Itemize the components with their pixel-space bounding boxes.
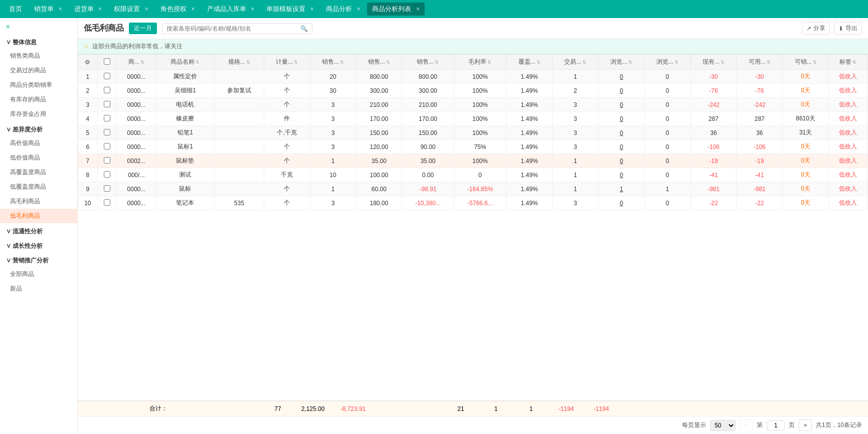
settings-icon[interactable]: ⚙ (85, 59, 90, 66)
filter-recent-month-btn[interactable]: 近一月 (129, 23, 157, 34)
export-btn[interactable]: ⬇ 导出 (834, 22, 862, 35)
sidebar-item-inventory-capital[interactable]: 库存资金占用 (0, 107, 77, 121)
sidebar-collapse-btn[interactable]: « (4, 21, 12, 31)
sidebar-item-low-value[interactable]: 低价值商品 (0, 151, 77, 165)
nav-template-close[interactable]: × (310, 6, 314, 13)
nav-product-stock[interactable]: 产成品入库单 × (202, 3, 260, 16)
nav-sales-order-close[interactable]: × (59, 6, 62, 13)
cell-check[interactable] (97, 154, 116, 168)
sidebar-group-growth[interactable]: ∨ 成长性分析 (0, 238, 77, 252)
col-cover-rate[interactable]: 覆盖...⇅ (506, 55, 553, 70)
sidebar-item-sales-goods[interactable]: 销售类商品 (0, 49, 77, 63)
cell-view1[interactable]: 0 (598, 154, 644, 168)
nav-product-analysis-list[interactable]: 商品分析列表 × (367, 3, 425, 16)
cell-view1[interactable]: 0 (598, 84, 644, 98)
table-container[interactable]: ⚙ 商...⇅ 商品名称⇅ 规格...⇅ 计量...⇅ 销售...⇅ 销售...… (78, 54, 868, 400)
row-checkbox[interactable] (104, 73, 110, 79)
cell-sales-amt2: 170.00 (402, 112, 454, 126)
cell-view1[interactable]: 0 (598, 126, 644, 140)
col-current[interactable]: 现有...⇅ (690, 55, 737, 70)
row-checkbox[interactable] (104, 115, 110, 121)
col-code[interactable]: 商...⇅ (116, 55, 156, 70)
cell-check[interactable] (97, 140, 116, 154)
cell-view1[interactable]: 0 (598, 70, 644, 84)
nav-product-analysis-list-close[interactable]: × (416, 6, 420, 13)
sidebar-item-category-rate[interactable]: 商品分类助销率 (0, 78, 77, 92)
page-input[interactable] (767, 420, 785, 430)
nav-permission[interactable]: 权限设置 × (109, 3, 153, 16)
sidebar-item-new-goods[interactable]: 新品 (0, 281, 77, 296)
sidebar-item-high-coverage[interactable]: 高覆盖度商品 (0, 165, 77, 180)
sidebar-item-in-stock[interactable]: 有库存的商品 (0, 92, 77, 107)
search-icon[interactable]: 🔍 (300, 25, 308, 32)
nav-product-analysis[interactable]: 商品分析 × (321, 3, 366, 16)
col-available[interactable]: 可用...⇅ (737, 55, 783, 70)
nav-purchase-order-close[interactable]: × (98, 6, 102, 13)
cell-view1[interactable]: 0 (598, 196, 644, 210)
per-page-select[interactable]: 50 100 200 (710, 420, 736, 431)
cell-view2: 0 (644, 140, 690, 154)
nav-role-auth-close[interactable]: × (192, 6, 195, 13)
cell-view1[interactable]: 0 (598, 168, 644, 182)
nav-template[interactable]: 单据模板设置 × (261, 3, 319, 16)
cell-check[interactable] (97, 98, 116, 112)
sidebar-group-overall[interactable]: ∨ 整体信息 (0, 34, 77, 49)
cell-check[interactable] (97, 196, 116, 210)
col-view2[interactable]: 浏览...⇅ (644, 55, 690, 70)
row-checkbox[interactable] (104, 199, 110, 206)
share-btn[interactable]: ↗ 分享 (802, 22, 830, 35)
sidebar-group-marketing[interactable]: ∨ 营销推广分析 (0, 252, 77, 267)
cell-check[interactable] (97, 112, 116, 126)
next-page-btn[interactable]: ＞ (799, 419, 812, 431)
row-checkbox[interactable] (104, 171, 110, 178)
prev-page-btn[interactable]: ＜ (740, 419, 753, 431)
cell-view1[interactable]: 0 (598, 140, 644, 154)
row-checkbox[interactable] (104, 101, 110, 107)
cell-no: 2 (78, 84, 98, 98)
nav-role-auth[interactable]: 角色授权 × (155, 3, 200, 16)
cell-check[interactable] (97, 168, 116, 182)
col-sales-amt1[interactable]: 销售...⇅ (356, 55, 402, 70)
cell-check[interactable] (97, 182, 116, 196)
col-saleable[interactable]: 可销...⇅ (783, 55, 829, 70)
col-name[interactable]: 商品名称⇅ (156, 55, 214, 70)
nav-home[interactable]: 首页 (4, 3, 27, 16)
nav-product-analysis-close[interactable]: × (357, 6, 360, 13)
sidebar-item-all-goods[interactable]: 全部商品 (0, 267, 77, 281)
cell-view1[interactable]: 0 (598, 112, 644, 126)
col-settings[interactable]: ⚙ (78, 55, 98, 70)
nav-product-stock-close[interactable]: × (251, 6, 254, 13)
sidebar-group-diff[interactable]: ∨ 差异度分析 (0, 121, 77, 136)
col-tag[interactable]: 标签⇅ (828, 55, 867, 70)
col-spec[interactable]: 规格...⇅ (215, 55, 264, 70)
col-sales-qty[interactable]: 销售...⇅ (310, 55, 356, 70)
row-checkbox[interactable] (104, 87, 110, 93)
sidebar-item-traded-goods[interactable]: 交易过的商品 (0, 63, 77, 78)
col-view1[interactable]: 浏览...⇅ (598, 55, 644, 70)
sidebar-item-high-value[interactable]: 高价值商品 (0, 136, 77, 151)
col-checkbox[interactable] (97, 55, 116, 70)
cell-view1[interactable]: 0 (598, 98, 644, 112)
col-tx-count[interactable]: 交易...⇅ (553, 55, 599, 70)
sidebar-item-high-profit[interactable]: 高毛利商品 (0, 194, 77, 209)
cell-check[interactable] (97, 70, 116, 84)
nav-sales-order[interactable]: 销货单 × (29, 3, 67, 16)
cell-code: 0000... (116, 70, 156, 84)
cell-check[interactable] (97, 126, 116, 140)
cell-check[interactable] (97, 84, 116, 98)
col-unit[interactable]: 计量...⇅ (264, 55, 310, 70)
search-input[interactable] (166, 25, 298, 32)
row-checkbox[interactable] (104, 157, 110, 164)
nav-permission-close[interactable]: × (145, 6, 148, 13)
cell-view1[interactable]: 1 (598, 182, 644, 196)
row-checkbox[interactable] (104, 185, 110, 192)
row-checkbox[interactable] (104, 129, 110, 135)
col-gross-rate[interactable]: 毛利率⇅ (454, 55, 506, 70)
row-checkbox[interactable] (104, 143, 110, 150)
sidebar-item-low-profit[interactable]: 低毛利商品 (0, 209, 77, 223)
sidebar-item-low-coverage[interactable]: 低覆盖度商品 (0, 180, 77, 194)
col-sales-amt2[interactable]: 销售...⇅ (402, 55, 454, 70)
sidebar-group-circulation[interactable]: ∨ 流通性分析 (0, 223, 77, 238)
nav-purchase-order[interactable]: 进货单 × (69, 3, 107, 16)
select-all-checkbox[interactable] (104, 58, 110, 65)
